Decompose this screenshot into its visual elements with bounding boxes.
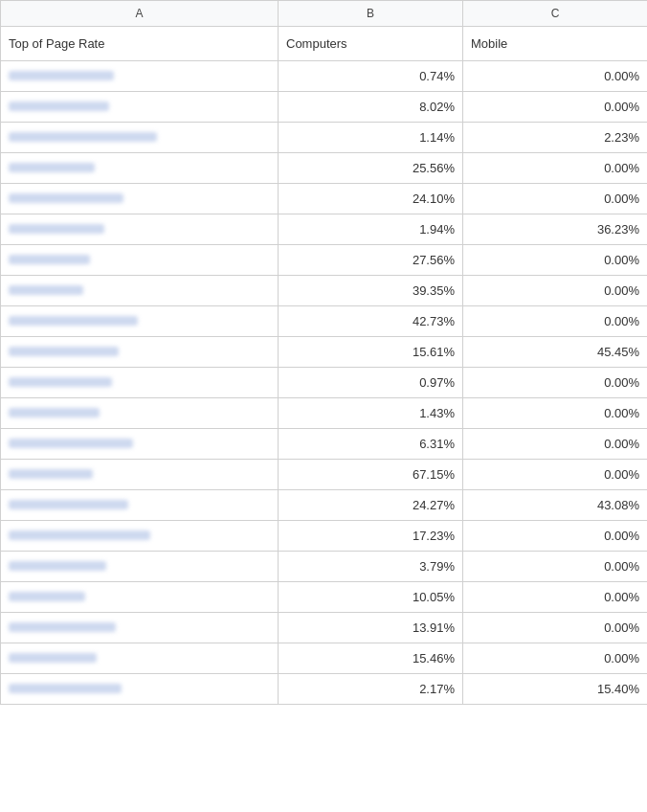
table-row: 15.46%0.00% xyxy=(1,643,648,674)
blurred-url-cell xyxy=(1,429,279,460)
table-row: 67.15%0.00% xyxy=(1,460,648,490)
blurred-url-cell xyxy=(1,490,279,521)
table-row: 25.56%0.00% xyxy=(1,153,648,184)
mobile-value: 0.00% xyxy=(463,429,648,460)
table-row: 17.23%0.00% xyxy=(1,521,648,552)
computers-value: 8.02% xyxy=(279,92,463,123)
blurred-url-cell xyxy=(1,337,279,368)
col-a-header: A xyxy=(1,1,279,27)
table-row: 10.05%0.00% xyxy=(1,582,648,613)
blurred-url-cell xyxy=(1,368,279,398)
blurred-url-cell xyxy=(1,552,279,582)
blurred-url-cell xyxy=(1,245,279,276)
subheader-col-a: Top of Page Rate xyxy=(1,27,279,61)
table-row: 39.35%0.00% xyxy=(1,276,648,306)
blurred-url-cell xyxy=(1,460,279,490)
mobile-value: 0.00% xyxy=(463,306,648,337)
computers-value: 24.10% xyxy=(279,184,463,214)
table-row: 27.56%0.00% xyxy=(1,245,648,276)
computers-value: 39.35% xyxy=(279,276,463,306)
mobile-value: 0.00% xyxy=(463,398,648,429)
computers-value: 2.17% xyxy=(279,674,463,705)
table-row: 6.31%0.00% xyxy=(1,429,648,460)
computers-value: 3.79% xyxy=(279,552,463,582)
mobile-value: 0.00% xyxy=(463,276,648,306)
mobile-value: 0.00% xyxy=(463,153,648,184)
table-row: 1.43%0.00% xyxy=(1,398,648,429)
spreadsheet-table: A B C Top of Page Rate Computers Mobile … xyxy=(0,0,647,705)
subheader-col-b: Computers xyxy=(279,27,463,61)
computers-value: 15.46% xyxy=(279,643,463,674)
computers-value: 6.31% xyxy=(279,429,463,460)
mobile-value: 0.00% xyxy=(463,582,648,613)
computers-value: 1.94% xyxy=(279,214,463,245)
blurred-url-cell xyxy=(1,643,279,674)
mobile-value: 0.00% xyxy=(463,613,648,643)
computers-value: 10.05% xyxy=(279,582,463,613)
blurred-url-cell xyxy=(1,214,279,245)
table-row: 0.74%0.00% xyxy=(1,61,648,92)
table-row: 0.97%0.00% xyxy=(1,368,648,398)
blurred-url-cell xyxy=(1,613,279,643)
table-row: 1.14%2.23% xyxy=(1,123,648,153)
mobile-value: 45.45% xyxy=(463,337,648,368)
table-row: 1.94%36.23% xyxy=(1,214,648,245)
table-row: 8.02%0.00% xyxy=(1,92,648,123)
blurred-url-cell xyxy=(1,153,279,184)
mobile-value: 0.00% xyxy=(463,184,648,214)
table-row: 42.73%0.00% xyxy=(1,306,648,337)
mobile-value: 36.23% xyxy=(463,214,648,245)
table-row: 15.61%45.45% xyxy=(1,337,648,368)
mobile-value: 15.40% xyxy=(463,674,648,705)
subheader-row: Top of Page Rate Computers Mobile xyxy=(1,27,648,61)
table-row: 24.27%43.08% xyxy=(1,490,648,521)
mobile-value: 0.00% xyxy=(463,460,648,490)
computers-value: 1.43% xyxy=(279,398,463,429)
table-row: 3.79%0.00% xyxy=(1,552,648,582)
computers-value: 13.91% xyxy=(279,613,463,643)
table-row: 13.91%0.00% xyxy=(1,613,648,643)
computers-value: 27.56% xyxy=(279,245,463,276)
computers-value: 25.56% xyxy=(279,153,463,184)
mobile-value: 0.00% xyxy=(463,245,648,276)
mobile-value: 0.00% xyxy=(463,61,648,92)
blurred-url-cell xyxy=(1,61,279,92)
mobile-value: 0.00% xyxy=(463,92,648,123)
computers-value: 24.27% xyxy=(279,490,463,521)
blurred-url-cell xyxy=(1,674,279,705)
mobile-value: 0.00% xyxy=(463,643,648,674)
table-row: 2.17%15.40% xyxy=(1,674,648,705)
mobile-value: 0.00% xyxy=(463,368,648,398)
blurred-url-cell xyxy=(1,306,279,337)
blurred-url-cell xyxy=(1,276,279,306)
mobile-value: 43.08% xyxy=(463,490,648,521)
computers-value: 0.97% xyxy=(279,368,463,398)
column-header-row: A B C xyxy=(1,1,648,27)
blurred-url-cell xyxy=(1,92,279,123)
mobile-value: 0.00% xyxy=(463,521,648,552)
col-c-header: C xyxy=(463,1,648,27)
computers-value: 0.74% xyxy=(279,61,463,92)
computers-value: 15.61% xyxy=(279,337,463,368)
blurred-url-cell xyxy=(1,184,279,214)
mobile-value: 2.23% xyxy=(463,123,648,153)
col-b-header: B xyxy=(279,1,463,27)
subheader-col-c: Mobile xyxy=(463,27,648,61)
computers-value: 1.14% xyxy=(279,123,463,153)
blurred-url-cell xyxy=(1,521,279,552)
blurred-url-cell xyxy=(1,398,279,429)
blurred-url-cell xyxy=(1,582,279,613)
mobile-value: 0.00% xyxy=(463,552,648,582)
computers-value: 17.23% xyxy=(279,521,463,552)
computers-value: 42.73% xyxy=(279,306,463,337)
blurred-url-cell xyxy=(1,123,279,153)
computers-value: 67.15% xyxy=(279,460,463,490)
table-row: 24.10%0.00% xyxy=(1,184,648,214)
